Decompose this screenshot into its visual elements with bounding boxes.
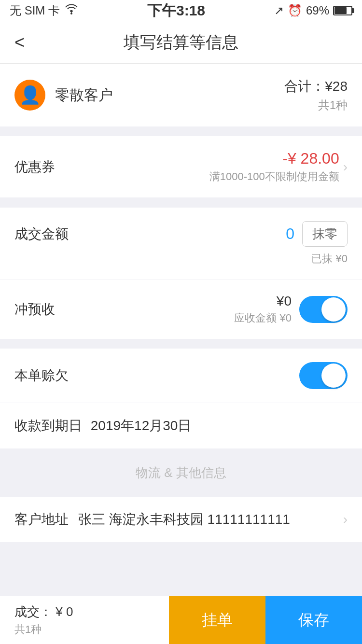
customer-name: 零散客户 xyxy=(55,85,113,105)
status-time: 下午3:18 xyxy=(147,1,205,21)
address-label: 客户地址 xyxy=(14,510,69,529)
logistics-label: 物流 & 其他信息 xyxy=(136,464,226,481)
status-right: ↗ ⏰ 69% xyxy=(274,4,352,17)
coupon-desc: 满1000-100不限制使用金额 xyxy=(209,169,339,184)
transaction-sub: 已抹 ¥0 xyxy=(14,252,348,266)
customer-total: 合计：¥28 共1种 xyxy=(284,77,348,113)
debt-section: 本单赊欠 xyxy=(0,349,362,403)
prepay-amount: ¥0 xyxy=(234,294,292,309)
bottom-deal-amount: 成交： ¥ 0 xyxy=(14,603,154,620)
save-button[interactable]: 保存 xyxy=(265,596,362,644)
svg-point-0 xyxy=(70,13,72,14)
divider-2 xyxy=(0,198,362,208)
location-icon: ↗ xyxy=(274,4,284,17)
total-amount: 合计：¥28 xyxy=(284,77,348,96)
prepay-right: ¥0 应收金额 ¥0 xyxy=(234,294,348,325)
bottom-count: 共1种 xyxy=(14,622,154,637)
prepay-label: 冲预收 xyxy=(14,300,55,319)
coupon-row[interactable]: 优惠券 -¥ 28.00 满1000-100不限制使用金额 › xyxy=(0,136,362,198)
debt-label: 本单赊欠 xyxy=(14,366,69,385)
debt-toggle[interactable] xyxy=(299,362,348,389)
avatar: 👤 xyxy=(14,80,45,111)
status-left: 无 SIM 卡 xyxy=(10,3,78,18)
transaction-row: 成交金额 0 抹零 xyxy=(14,221,348,247)
main-content: 👤 零散客户 合计：¥28 共1种 优惠券 -¥ 28.00 满1000-100… xyxy=(0,64,362,639)
address-chevron-icon: › xyxy=(343,512,348,527)
coupon-values: -¥ 28.00 满1000-100不限制使用金额 xyxy=(209,150,339,184)
total-count: 共1种 xyxy=(284,98,348,113)
debt-toggle-knob xyxy=(321,364,346,388)
due-date-section: 收款到期日 2019年12月30日 xyxy=(0,403,362,448)
divider-3 xyxy=(0,339,362,349)
divider-1 xyxy=(0,126,362,136)
prepay-row: 冲预收 ¥0 应收金额 ¥0 xyxy=(14,294,348,325)
battery-percent: 69% xyxy=(306,4,329,17)
due-date-label: 收款到期日 xyxy=(14,418,82,433)
pending-button[interactable]: 挂单 xyxy=(169,596,265,644)
divider-4 xyxy=(0,448,362,458)
customer-left: 👤 零散客户 xyxy=(14,80,113,111)
transaction-right: 0 抹零 xyxy=(286,221,348,247)
coupon-amount: -¥ 28.00 xyxy=(209,150,339,168)
wifi-icon xyxy=(65,4,78,17)
alarm-icon: ⏰ xyxy=(288,4,302,17)
prepay-toggle[interactable] xyxy=(299,296,348,323)
transaction-label: 成交金额 xyxy=(14,225,69,243)
nav-bar: < 填写结算等信息 xyxy=(0,21,362,64)
prepay-section: 冲预收 ¥0 应收金额 ¥0 xyxy=(0,280,362,339)
bottom-info: 成交： ¥ 0 共1种 xyxy=(0,603,169,637)
deal-label: 成交： xyxy=(14,604,52,619)
transaction-section: 成交金额 0 抹零 已抹 ¥0 xyxy=(0,208,362,280)
due-date-value: 2019年12月30日 xyxy=(91,418,192,433)
prepay-sub: 应收金额 ¥0 xyxy=(234,311,292,325)
bottom-bar: 成交： ¥ 0 共1种 挂单 保存 xyxy=(0,596,362,644)
address-section[interactable]: 客户地址 张三 海淀永丰科技园 11111111111 › xyxy=(0,497,362,542)
battery-icon xyxy=(333,6,352,15)
transaction-value: 0 xyxy=(286,225,294,243)
carrier-label: 无 SIM 卡 xyxy=(10,3,60,18)
bottom-buttons: 挂单 保存 xyxy=(169,596,362,644)
coupon-right: -¥ 28.00 满1000-100不限制使用金额 › xyxy=(209,150,348,184)
logistics-divider: 物流 & 其他信息 xyxy=(0,458,362,487)
coupon-label: 优惠券 xyxy=(14,158,55,176)
divider-5 xyxy=(0,487,362,497)
back-button[interactable]: < xyxy=(14,32,25,53)
page-title: 填写结算等信息 xyxy=(124,31,238,54)
toggle-knob xyxy=(321,297,346,322)
address-value: 张三 海淀永丰科技园 11111111111 xyxy=(78,510,343,529)
deal-amount: ¥ 0 xyxy=(56,604,73,619)
chevron-right-icon: › xyxy=(343,159,348,175)
prepay-values: ¥0 应收金额 ¥0 xyxy=(234,294,292,325)
customer-section: 👤 零散客户 合计：¥28 共1种 xyxy=(0,64,362,126)
status-bar: 无 SIM 卡 下午3:18 ↗ ⏰ 69% xyxy=(0,0,362,21)
round-button[interactable]: 抹零 xyxy=(302,221,348,247)
